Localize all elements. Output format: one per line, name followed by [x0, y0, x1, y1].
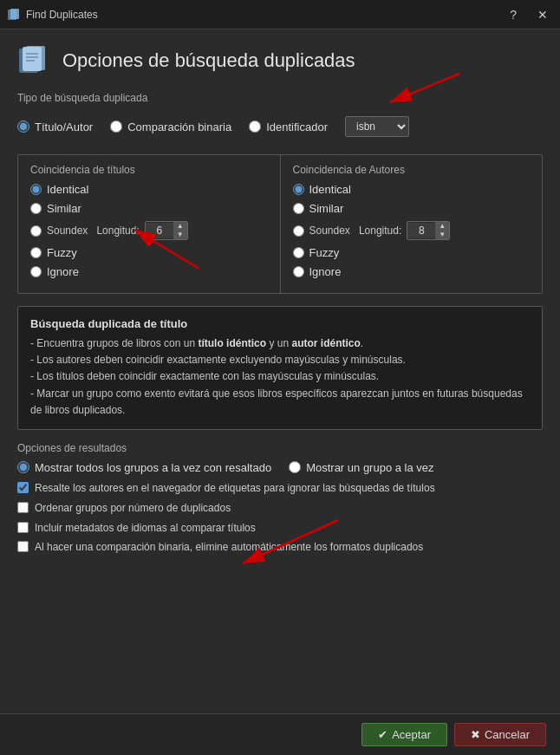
title-similar[interactable]: Similar [30, 202, 268, 215]
radio-one-group-label: Mostrar un grupo a la vez [306, 461, 433, 474]
radio-identificador-input[interactable] [249, 120, 261, 133]
title-soundex-spinner[interactable]: 6 ▲ ▼ [145, 221, 188, 240]
author-soundex-down[interactable]: ▼ [435, 231, 449, 239]
author-similar[interactable]: Similar [293, 202, 531, 215]
dialog-icon [17, 43, 52, 78]
svg-rect-4 [23, 47, 42, 71]
author-similar-input[interactable] [293, 203, 304, 214]
info-line-1: - Encuentra grupos de libros con un títu… [30, 337, 363, 349]
close-button[interactable]: ✕ [532, 6, 553, 23]
info-line-2: - Los autores deben coincidir exactament… [30, 354, 406, 366]
results-section: Opciones de resultados Mostrar todos los… [17, 442, 543, 555]
radio-one-group-input[interactable] [289, 461, 301, 473]
checkbox-resalte-input[interactable] [17, 482, 29, 493]
title-soundex-up[interactable]: ▲ [173, 222, 187, 231]
title-ignore-input[interactable] [30, 266, 42, 277]
spinner-btns-title: ▲ ▼ [173, 222, 187, 239]
checkbox-binaria-label: Al hacer una comparación binaria, elimin… [35, 540, 423, 555]
title-bar-controls: ? ✕ [505, 6, 553, 23]
author-soundex[interactable]: Soundex Longitud: 8 ▲ ▼ [293, 221, 531, 240]
info-box: Búsqueda duplicada de título - Encuentra… [17, 306, 543, 430]
title-ignore[interactable]: Ignore [30, 265, 268, 278]
checkbox-resalte[interactable]: Resalte los autores en el navegador de e… [17, 481, 543, 496]
title-fuzzy-label: Fuzzy [47, 246, 77, 259]
author-longitud-label: Longitud: [359, 225, 401, 237]
author-identical-label: Identical [309, 183, 351, 196]
radio-titulo-autor[interactable]: Título/Autor [17, 120, 93, 133]
title-soundex-value[interactable]: 6 [146, 223, 173, 238]
radio-binaria[interactable]: Comparación binaria [110, 120, 231, 133]
title-identical-label: Identical [47, 183, 88, 196]
radio-titulo-input[interactable] [17, 120, 29, 133]
title-similar-input[interactable] [30, 203, 42, 214]
radio-binaria-input[interactable] [110, 120, 122, 133]
accept-button[interactable]: ✔ Aceptar [361, 723, 447, 746]
author-soundex-value[interactable]: 8 [407, 223, 435, 238]
info-box-title: Búsqueda duplicada de título [30, 317, 530, 330]
cancel-button[interactable]: ✖ Cancelar [454, 723, 546, 746]
help-button[interactable]: ? [505, 6, 522, 23]
title-soundex-input[interactable] [30, 225, 42, 237]
author-soundex-up[interactable]: ▲ [435, 222, 449, 231]
radio-one-group[interactable]: Mostrar un grupo a la vez [289, 461, 433, 474]
title-fuzzy[interactable]: Fuzzy [30, 246, 268, 259]
title-similar-label: Similar [47, 202, 81, 215]
spinner-btns-author: ▲ ▼ [435, 222, 449, 239]
author-fuzzy-input[interactable] [293, 247, 304, 258]
main-content: Opciones de búsqueda duplicadas Tipo de … [0, 29, 560, 581]
radio-identificador[interactable]: Identificador [249, 120, 328, 133]
search-type-label: Tipo de búsqueda duplicada [17, 92, 543, 104]
title-identical-input[interactable] [30, 184, 42, 195]
bottom-bar: ✔ Aceptar ✖ Cancelar [0, 713, 560, 755]
checkbox-resalte-label: Resalte los autores en el navegador de e… [35, 481, 435, 496]
accept-checkmark-icon: ✔ [378, 728, 387, 741]
checkbox-incluir-label: Incluir metadatos de idiomas al comparar… [35, 521, 256, 536]
title-soundex[interactable]: Soundex Longitud: 6 ▲ ▼ [30, 221, 268, 240]
title-identical[interactable]: Identical [30, 183, 268, 196]
radio-binaria-label: Comparación binaria [127, 120, 231, 133]
checkbox-binaria[interactable]: Al hacer una comparación binaria, elimin… [17, 540, 543, 555]
author-soundex-input[interactable] [293, 225, 304, 237]
dialog-title: Opciones de búsqueda duplicadas [62, 49, 355, 72]
app-icon [7, 8, 21, 22]
title-soundex-label: Soundex [47, 225, 88, 237]
author-identical-input[interactable] [293, 184, 304, 195]
author-ignore[interactable]: Ignore [293, 265, 531, 278]
author-soundex-label: Soundex [309, 225, 350, 237]
author-matching-col: Coincidencia de Autores Identical Simila… [281, 155, 543, 293]
radio-all-groups-input[interactable] [17, 461, 29, 473]
info-line-4: - Marcar un grupo como exento evitará qu… [30, 387, 523, 416]
author-fuzzy[interactable]: Fuzzy [293, 246, 531, 259]
title-fuzzy-input[interactable] [30, 247, 42, 258]
author-fuzzy-label: Fuzzy [309, 246, 340, 259]
radio-all-groups[interactable]: Mostrar todos los grupos a la vez con re… [17, 461, 271, 474]
author-soundex-spinner[interactable]: 8 ▲ ▼ [407, 221, 450, 240]
cancel-label: Cancelar [485, 728, 530, 741]
checkbox-incluir-input[interactable] [17, 522, 29, 533]
author-ignore-input[interactable] [293, 266, 304, 277]
search-type-section: Tipo de búsqueda duplicada Título/Autor … [17, 92, 543, 142]
title-ignore-label: Ignore [47, 265, 79, 278]
info-line-3: - Los títulos deben coincidir exactament… [30, 370, 379, 382]
author-identical[interactable]: Identical [293, 183, 531, 196]
checkbox-ordenar[interactable]: Ordenar grupos por número de duplicados [17, 501, 543, 516]
author-ignore-label: Ignore [309, 265, 342, 278]
title-longitud-label: Longitud: [96, 225, 139, 237]
title-match-label: Coincidencia de títulos [30, 164, 268, 176]
soundex-row-title: Soundex Longitud: 6 ▲ ▼ [47, 221, 188, 240]
radio-identificador-label: Identificador [266, 120, 328, 133]
radio-titulo-label: Título/Autor [35, 120, 93, 133]
author-similar-label: Similar [309, 202, 344, 215]
title-matching-col: Coincidencia de títulos Identical Simila… [18, 155, 281, 293]
soundex-row-author: Soundex Longitud: 8 ▲ ▼ [309, 221, 451, 240]
window-title: Find Duplicates [26, 9, 98, 21]
checkbox-binaria-input[interactable] [17, 541, 29, 552]
title-soundex-down[interactable]: ▼ [173, 231, 187, 239]
info-box-text: - Encuentra grupos de libros con un títu… [30, 335, 530, 419]
title-bar: Find Duplicates ? ✕ [0, 0, 560, 29]
isbn-dropdown[interactable]: isbn isbn13 uuid asin [345, 116, 409, 137]
title-bar-left: Find Duplicates [7, 8, 98, 22]
checkbox-ordenar-input[interactable] [17, 502, 29, 513]
checkbox-incluir[interactable]: Incluir metadatos de idiomas al comparar… [17, 521, 543, 536]
matching-section: Coincidencia de títulos Identical Simila… [17, 154, 543, 294]
